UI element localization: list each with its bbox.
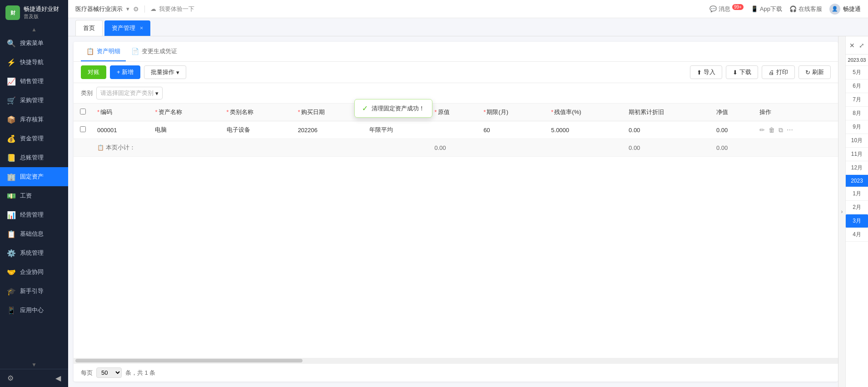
month-2[interactable]: 2月 bbox=[846, 201, 868, 214]
month-9[interactable]: 9月 bbox=[846, 120, 868, 134]
cell-depreciation-method: 年限平均 bbox=[364, 121, 429, 139]
sidebar-item-label-enterprise: 企业协同 bbox=[20, 268, 44, 276]
company-dropdown-icon[interactable]: ▾ bbox=[126, 5, 129, 12]
scrollbar-thumb[interactable] bbox=[75, 359, 303, 362]
collapse-icon[interactable]: ◀ bbox=[55, 374, 61, 382]
edit-icon[interactable]: ✏ bbox=[759, 126, 765, 134]
month-3[interactable]: 3月 bbox=[846, 214, 868, 228]
sub-tab-change-voucher[interactable]: 📄 变更生成凭证 bbox=[126, 42, 183, 61]
inventory-icon: 📦 bbox=[7, 115, 15, 124]
print-button[interactable]: 🖨 打印 bbox=[762, 65, 795, 79]
refresh-button[interactable]: ↻ 刷新 bbox=[799, 65, 831, 79]
sidebar-item-label-base-info: 基础信息 bbox=[20, 230, 44, 238]
topbar-right: 💬 消息 99+ 📱 App下载 🎧 在线客服 👤 畅捷通 bbox=[709, 4, 861, 15]
th-period-months: *期限(月) bbox=[478, 104, 546, 121]
select-all-checkbox[interactable] bbox=[80, 109, 86, 114]
subtotal-label: 本页小计： bbox=[106, 144, 135, 151]
cell-period-months: 60 bbox=[478, 121, 546, 139]
user-menu[interactable]: 👤 畅捷通 bbox=[829, 4, 861, 15]
sidebar-item-operations[interactable]: 📊 经营管理 bbox=[0, 205, 68, 224]
online-service-btn[interactable]: 🎧 在线客服 bbox=[789, 5, 822, 13]
month-8[interactable]: 8月 bbox=[846, 107, 868, 120]
sidebar-item-purchase[interactable]: 🛒 采购管理 bbox=[0, 91, 68, 110]
more-icon[interactable]: ⋯ bbox=[787, 126, 793, 134]
print-icon: 🖨 bbox=[769, 69, 774, 76]
delete-icon[interactable]: 🗑 bbox=[769, 126, 775, 134]
tab-close-icon[interactable]: × bbox=[140, 25, 144, 31]
company-gear-icon[interactable]: ⚙ bbox=[133, 5, 139, 13]
download-button[interactable]: ⬇ 下载 bbox=[726, 65, 758, 79]
year-label[interactable]: 2023.03 bbox=[846, 55, 868, 66]
cell-code: 000001 bbox=[92, 121, 149, 139]
row-checkbox-cell bbox=[74, 121, 92, 139]
horizontal-scrollbar[interactable] bbox=[74, 358, 838, 363]
sidebar-item-app-center[interactable]: 📱 应用中心 bbox=[0, 301, 68, 320]
sidebar-scroll-down[interactable]: ▼ bbox=[31, 362, 37, 368]
sidebar-item-salary[interactable]: 💵 工资 bbox=[0, 186, 68, 205]
funds-icon: 💰 bbox=[7, 134, 15, 143]
filter-category-label: 类别 bbox=[81, 89, 93, 97]
close-panel-icon[interactable]: ✕ bbox=[849, 42, 855, 49]
sidebar-item-label-search: 搜索菜单 bbox=[20, 39, 44, 47]
message-btn[interactable]: 💬 消息 99+ bbox=[709, 5, 744, 13]
month-6[interactable]: 6月 bbox=[846, 79, 868, 93]
message-icon: 💬 bbox=[709, 5, 717, 12]
sidebar-item-inventory[interactable]: 📦 库存核算 bbox=[0, 110, 68, 129]
sidebar-item-search[interactable]: 🔍 搜索菜单 bbox=[0, 34, 68, 53]
new-button[interactable]: + 新增 bbox=[110, 65, 140, 79]
sidebar-item-label-newbie: 新手引导 bbox=[20, 287, 44, 295]
newbie-icon: 🎓 bbox=[7, 287, 15, 295]
salary-icon: 💵 bbox=[7, 192, 15, 200]
sidebar-item-sys-mgmt[interactable]: ⚙️ 系统管理 bbox=[0, 243, 68, 263]
cell-net-value: 0.00 bbox=[711, 121, 754, 139]
experience-btn[interactable]: ☁ 我要体验一下 bbox=[150, 5, 194, 13]
sub-tab-asset-detail[interactable]: 📋 资产明细 bbox=[81, 42, 126, 61]
tab-active-label: 资产管理 bbox=[112, 25, 135, 31]
batch-ops-button[interactable]: 批量操作 ▾ bbox=[144, 65, 186, 79]
cloud-icon: ☁ bbox=[150, 5, 156, 12]
sidebar-item-label-inventory: 库存核算 bbox=[20, 115, 44, 124]
month-4[interactable]: 4月 bbox=[846, 228, 868, 242]
sidebar-scroll: 🔍 搜索菜单 ⚡ 快捷导航 📈 销售管理 🛒 采购管理 📦 库存核算 💰 资金管… bbox=[0, 34, 68, 361]
tab-home[interactable]: 首页 bbox=[75, 20, 103, 36]
month-1[interactable]: 1月 bbox=[846, 187, 868, 201]
sidebar-item-enterprise[interactable]: 🤝 企业协同 bbox=[0, 263, 68, 282]
month-7[interactable]: 7月 bbox=[846, 93, 868, 107]
operations-icon: 📊 bbox=[7, 211, 15, 219]
sidebar-item-sales[interactable]: 📈 销售管理 bbox=[0, 72, 68, 91]
main-area: 医疗器械行业演示 ▾ ⚙ ☁ 我要体验一下 💬 消息 99+ 📱 App下载 🎧… bbox=[68, 0, 868, 387]
sidebar-item-base-info[interactable]: 📋 基础信息 bbox=[0, 224, 68, 243]
month-5[interactable]: 5月 bbox=[846, 66, 868, 79]
service-icon: 🎧 bbox=[789, 5, 797, 12]
settings-icon[interactable]: ⚙ bbox=[7, 374, 14, 382]
toolbar-left: 对账 + 新增 批量操作 ▾ bbox=[81, 65, 186, 79]
sidebar-item-funds[interactable]: 💰 资金管理 bbox=[0, 129, 68, 148]
sidebar-item-label-fixed-assets: 固定资产 bbox=[20, 173, 44, 181]
sidebar-item-newbie[interactable]: 🎓 新手引导 bbox=[0, 282, 68, 301]
app-sub: 普及版 bbox=[24, 13, 59, 20]
tab-asset-management[interactable]: 资产管理 × bbox=[104, 20, 150, 36]
panel-collapse-btn[interactable]: › bbox=[838, 36, 845, 387]
filter-category-select[interactable]: 请选择固定资产类别 ▾ bbox=[96, 87, 163, 99]
expand-panel-icon[interactable]: ⤢ bbox=[859, 42, 864, 49]
per-page-select[interactable]: 50 10 20 100 bbox=[96, 367, 122, 378]
refresh-icon: ↻ bbox=[805, 69, 810, 76]
sidebar-item-ledger[interactable]: 📒 总账管理 bbox=[0, 148, 68, 167]
sidebar-item-quick-nav[interactable]: ⚡ 快捷导航 bbox=[0, 53, 68, 72]
sidebar-item-fixed-assets[interactable]: 🏢 固定资产 bbox=[0, 167, 68, 186]
cell-operations: ✏ 🗑 ⧉ ⋯ bbox=[754, 121, 838, 139]
month-11[interactable]: 11月 bbox=[846, 148, 868, 161]
month-12[interactable]: 12月 bbox=[846, 161, 868, 175]
month-10[interactable]: 10月 bbox=[846, 134, 868, 148]
asset-table: *编码 *资产名称 *类别名称 *购买日期 折旧方法 *原值 *期限(月) *残… bbox=[74, 104, 838, 157]
row-checkbox[interactable] bbox=[80, 126, 86, 132]
copy-icon[interactable]: ⧉ bbox=[779, 126, 783, 134]
app-download-btn[interactable]: 📱 App下载 bbox=[751, 5, 782, 13]
pagination-total: 条，共 1 条 bbox=[125, 369, 155, 377]
import-button[interactable]: ⬆ 导入 bbox=[690, 65, 722, 79]
th-code: *编码 bbox=[92, 104, 149, 121]
year-2023[interactable]: 2023 bbox=[846, 175, 868, 187]
sidebar-scroll-up[interactable]: ▲ bbox=[31, 26, 37, 33]
reconcile-button[interactable]: 对账 bbox=[81, 65, 106, 79]
th-checkbox bbox=[74, 104, 92, 121]
